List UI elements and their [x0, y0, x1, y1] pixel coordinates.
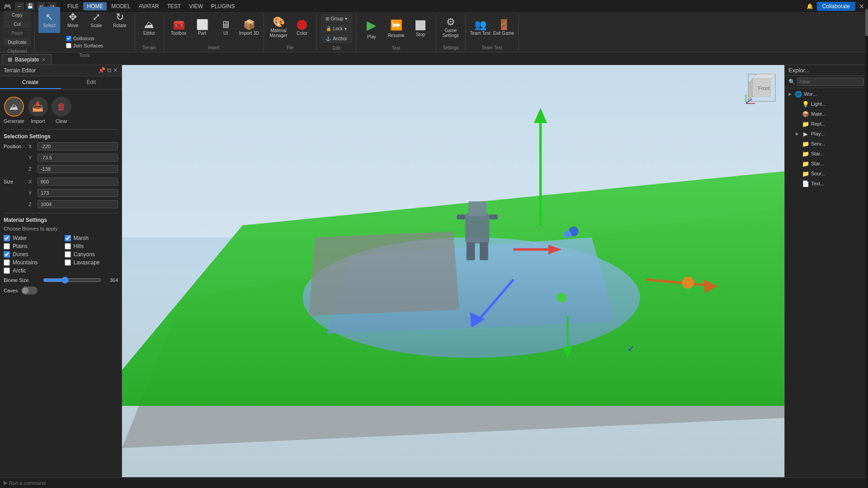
biome-mountains[interactable]: Mountains: [4, 259, 57, 266]
ui-btn[interactable]: 🖥 UI: [215, 14, 236, 41]
color-btn[interactable]: Color: [291, 14, 313, 41]
biome-plains[interactable]: Plains: [4, 243, 57, 249]
filter-row: 🔍 ▾: [785, 76, 868, 88]
import3d-btn[interactable]: 📦 Import 3D: [238, 14, 260, 41]
size-label: Size: [4, 179, 28, 184]
biome-lavascape[interactable]: Lavascape: [65, 259, 118, 266]
biomes-grid: Water Marsh Plains Hills Dunes: [4, 235, 118, 274]
panel-scrollbar[interactable]: [865, 0, 868, 488]
starterpack-icon: 📁: [802, 160, 809, 167]
biome-hills[interactable]: Hills: [65, 243, 118, 249]
server-label: Serv...: [811, 141, 825, 146]
explorer-item-replicated[interactable]: 📁 Repl...: [785, 119, 868, 129]
pin-icon[interactable]: 📌: [98, 67, 105, 74]
position-y-input[interactable]: [38, 154, 118, 162]
viewport[interactable]: ↙ Front: [122, 65, 784, 477]
move-btn[interactable]: ✥ Move: [62, 7, 84, 33]
menu-test[interactable]: TEST: [163, 2, 184, 10]
close-panel-icon[interactable]: ✕: [113, 67, 118, 74]
anchor-btn[interactable]: ⚓ Anchor: [321, 34, 352, 43]
float-icon[interactable]: ⧉: [107, 67, 111, 74]
explorer-item-world[interactable]: ▶ 🌐 Wor...: [785, 89, 868, 99]
bottombar: ▶: [0, 477, 868, 488]
duplicate-btn[interactable]: Duplicate: [4, 38, 31, 46]
group-btn[interactable]: ⊞ Group ▾: [321, 14, 352, 23]
terrain-editor-btn[interactable]: ⛰ Editor: [138, 14, 160, 41]
copy-btn[interactable]: Copy: [4, 11, 31, 19]
position-group: Position X Y Z: [4, 142, 118, 175]
position-z-input[interactable]: [38, 165, 118, 173]
viewport-svg: ↙: [122, 65, 784, 477]
lock-btn[interactable]: 🔒 Lock ▾: [321, 24, 352, 33]
exit-game-btn[interactable]: 🚪 Exit Game: [493, 14, 514, 41]
biome-canyons[interactable]: Canyons: [65, 251, 118, 258]
minimize-btn[interactable]: ─: [15, 2, 24, 10]
generate-tool[interactable]: ⛰ Generate: [4, 97, 24, 124]
biome-arctic[interactable]: Arctic: [4, 267, 57, 274]
position-x-input[interactable]: [38, 142, 118, 150]
toolbox-btn[interactable]: 🧰 Toolbox: [168, 14, 189, 41]
rotate-btn[interactable]: ↻ Rotate: [109, 7, 131, 33]
svg-text:Front: Front: [758, 85, 770, 91]
cut-btn[interactable]: Cut: [4, 20, 31, 28]
file-label: File: [287, 43, 294, 50]
z-label: Z: [28, 166, 38, 172]
resume-btn[interactable]: ⏩ Resume: [384, 14, 408, 43]
import-tool[interactable]: 📥 Import: [28, 97, 48, 124]
size-x-input[interactable]: [38, 178, 118, 186]
exit-icon: 🚪: [498, 20, 510, 30]
size-z-input[interactable]: [38, 200, 118, 208]
menu-view[interactable]: VIEW: [185, 2, 207, 10]
tab-close-icon[interactable]: ✕: [42, 57, 46, 63]
material-label: Mate...: [811, 111, 826, 117]
game-settings-btn[interactable]: ⚙ Game Settings: [440, 14, 462, 41]
select-btn[interactable]: ↖ Select: [38, 7, 60, 33]
separator-2: [4, 213, 118, 213]
close-icon[interactable]: ✕: [859, 3, 864, 10]
paste-btn[interactable]: Paste: [4, 29, 31, 37]
stop-btn[interactable]: Stop: [409, 14, 432, 43]
material-manager-btn[interactable]: 🎨 Material Manager: [268, 14, 289, 41]
y-label: Y: [28, 155, 38, 160]
team-test-btn[interactable]: 👥 Team Test: [469, 14, 491, 41]
menu-avatar[interactable]: AVATAR: [135, 2, 162, 10]
tab-edit[interactable]: Edit: [61, 76, 122, 89]
svg-rect-9: [467, 242, 475, 260]
menu-plugins[interactable]: PLUGINS: [208, 2, 239, 10]
team-test-btns: 👥 Team Test 🚪 Exit Game: [469, 14, 514, 41]
world-icon: 🌐: [795, 90, 802, 98]
command-input[interactable]: [9, 480, 864, 486]
collaborate-button[interactable]: Collaborate: [817, 2, 855, 11]
filter-input[interactable]: [797, 78, 864, 86]
biome-water[interactable]: Water: [4, 235, 57, 241]
biome-dunes[interactable]: Dunes: [4, 251, 57, 258]
explorer-item-players[interactable]: ▶ ▶ Play...: [785, 129, 868, 139]
explorer-item-server[interactable]: 📁 Serv...: [785, 139, 868, 149]
svg-rect-12: [489, 215, 498, 220]
biome-size-slider[interactable]: [43, 277, 101, 284]
explorer-item-startergui[interactable]: 📁 Star...: [785, 149, 868, 159]
save-btn[interactable]: 💾: [26, 2, 35, 10]
collisions-checkbox[interactable]: Collisions: [66, 36, 104, 41]
play-btn[interactable]: ▶ Play: [360, 14, 383, 43]
scale-btn[interactable]: ⤢ Scale: [85, 7, 107, 33]
explorer-item-lighting[interactable]: 💡 Light...: [785, 99, 868, 109]
explorer-item-starterpack[interactable]: 📁 Star...: [785, 159, 868, 169]
explorer-item-sound[interactable]: 📁 Sour...: [785, 169, 868, 178]
biome-marsh[interactable]: Marsh: [65, 235, 118, 241]
tab-create[interactable]: Create: [0, 76, 61, 89]
size-y-input[interactable]: [38, 189, 118, 197]
scrollbar-thumb[interactable]: [865, 9, 868, 36]
caves-toggle[interactable]: [21, 286, 38, 295]
clear-tool[interactable]: 🗑 Clear: [52, 97, 71, 124]
svg-point-26: [682, 277, 694, 289]
explorer-item-material[interactable]: 📦 Mate...: [785, 109, 868, 119]
tab-baseplate[interactable]: ⊞ Baseplate ✕: [2, 54, 52, 65]
viewport-compass: Front: [744, 70, 780, 107]
join-surfaces-checkbox[interactable]: Join Surfaces: [66, 43, 104, 48]
explorer-item-textchat[interactable]: 📄 Text...: [785, 178, 868, 188]
notification-icon[interactable]: 🔔: [807, 3, 813, 9]
toolbar-clipboard: Copy Cut Paste Duplicate Clipboard: [0, 14, 35, 50]
part-btn[interactable]: ⬜ Part: [191, 14, 213, 41]
tools-label: Tools: [79, 51, 90, 58]
